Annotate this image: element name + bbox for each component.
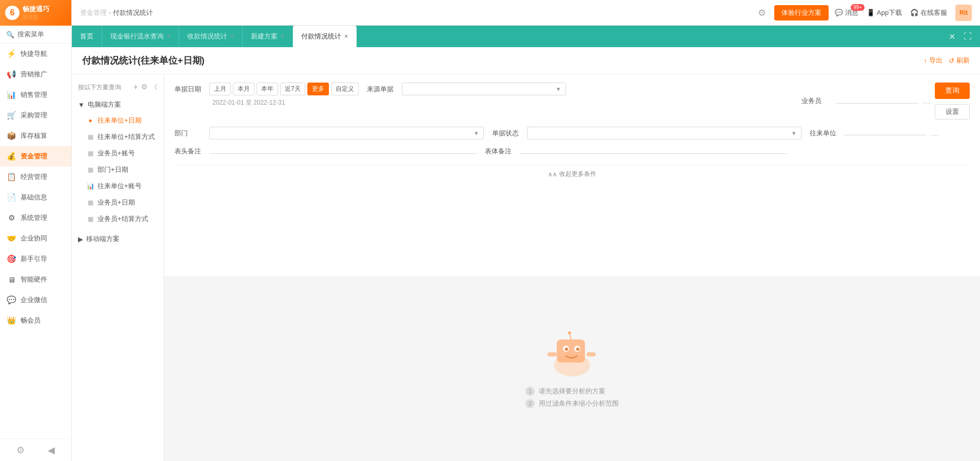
scheme-table-icon: ▦ [86,198,94,207]
date-btn-7days[interactable]: 近7天 [280,83,305,95]
footer-settings-icon[interactable]: ⚙ [16,445,25,456]
sidebar-item-cooperation[interactable]: 🤝 企业协同 [0,228,71,249]
messages-button[interactable]: 💬 消息 99+ [835,8,858,17]
scheme-label: 业务员+结算方式 [97,214,148,224]
sidebar-search[interactable]: 🔍 搜索菜单 [0,26,71,44]
sidebar-header: 6 畅捷通巧 标准版 [0,0,71,26]
empty-state: 1 请先选择要分析的方案 2 用过滤条件来缩小分析范围 [164,276,980,461]
tab-payment-stats-close[interactable]: × [344,33,348,40]
sidebar-item-quick-nav[interactable]: ⚡ 快捷导航 [0,44,71,64]
scheme-table-icon: ▦ [86,215,94,223]
mobile-group-expand-icon: ▶ [78,235,83,243]
date-btn-more[interactable]: 更多 [307,83,329,95]
app-download-link[interactable]: 📱 App下载 [867,8,902,17]
refresh-icon: ↺ [949,57,954,65]
tab-receive-stats-close[interactable]: × [230,33,234,40]
staff-more-icon[interactable]: … [923,96,931,106]
footer-collapse-icon[interactable]: ◀ [48,445,55,456]
nav-icon-operation: 📋 [6,172,16,182]
tab-payment-stats[interactable]: 付款情况统计 × [293,26,357,47]
desktop-group-title[interactable]: ▼ 电脑端方案 [72,97,164,112]
search-label: 搜索菜单 [17,30,44,39]
scheme-settings-icon[interactable]: ⚙ [141,83,148,92]
collapse-button[interactable]: ∧∧ 收起更多条件 [174,165,970,183]
tab-new-plan-close[interactable]: × [281,33,284,40]
svg-rect-8 [547,352,557,356]
tab-bank-flow-close[interactable]: × [167,33,170,40]
online-service-link[interactable]: 🎧 在线客服 [910,8,947,17]
tab-new-plan[interactable]: 新建方案 × [243,26,293,47]
tab-receive-stats[interactable]: 收款情况统计 × [179,26,243,47]
query-button[interactable]: 查询 [935,83,970,99]
scheme-item-unit-date[interactable]: ● 往来单位+日期 [72,112,164,129]
sidebar-item-guide[interactable]: 🎯 新手引导 [0,249,71,269]
settings-button[interactable]: 设置 [935,104,970,119]
settings-icon[interactable]: ⚙ [758,7,766,18]
nav-icon-guide: 🎯 [6,254,16,264]
search-icon: 🔍 [6,31,14,38]
scheme-collapse-icon[interactable]: 《 [151,83,158,92]
body-notes-input[interactable] [520,149,787,154]
scheme-label: 往来单位+日期 [97,116,142,125]
nav-icon-member: 👑 [6,315,16,326]
refresh-button[interactable]: ↺ 刷新 [949,56,970,65]
export-button[interactable]: ↑ 导出 [924,56,943,65]
date-btn-custom[interactable]: 自定义 [331,83,359,95]
head-notes-input[interactable] [209,149,477,154]
sidebar-item-wechat[interactable]: 💬 企业微信 [0,290,71,310]
nav-label-marketing: 营销推广 [21,70,47,79]
tab-receive-stats-label: 收款情况统计 [187,32,227,41]
bottom-area: 1 请先选择要分析的方案 2 用过滤条件来缩小分析范围 [164,276,980,461]
trial-button[interactable]: 体验行业方案 [774,5,829,21]
filter-sidebar-label: 按以下方案查询 [78,83,121,92]
collapse-label: 收起更多条件 [559,170,596,178]
scheme-item-dept-date[interactable]: ▦ 部门+日期 [72,162,164,178]
scheme-item-unit-settle[interactable]: ▦ 往来单位+结算方式 [72,129,164,145]
scheme-table-icon: ▦ [86,133,94,141]
scheme-item-staff-date[interactable]: ▦ 业务员+日期 [72,194,164,211]
dept-select[interactable]: ▾ [209,127,484,139]
doc-status-select[interactable]: ▾ [527,127,801,139]
tab-maximize-icon[interactable]: ⛶ [962,30,974,43]
tab-close-all-icon[interactable]: ✕ [947,30,957,44]
nav-label-basic-info: 基础信息 [21,193,47,202]
sidebar-item-operation[interactable]: 📋 经营管理 [0,167,71,187]
sidebar-item-sales[interactable]: 📊 销售管理 [0,85,71,105]
scheme-item-staff-settle[interactable]: ▦ 业务员+结算方式 [72,211,164,227]
sidebar-item-inventory[interactable]: 📦 库存核算 [0,126,71,146]
scheme-item-staff-account[interactable]: ▦ 业务员+账号 [72,145,164,162]
tab-home[interactable]: 首页 [72,26,102,47]
date-btn-this-year[interactable]: 本年 [257,83,278,95]
empty-illustration [541,329,603,380]
unit-input[interactable] [845,131,927,135]
group-expand-icon: ▼ [78,101,85,109]
nav-label-quick-nav: 快捷导航 [21,49,47,58]
content-area: 付款情况统计(往来单位+日期) ↑ 导出 ↺ 刷新 按以下方案查询 + [72,47,980,461]
tab-bank-flow-label: 现金银行流水查询 [110,32,164,41]
sidebar-item-basic-info[interactable]: 📄 基础信息 [0,187,71,208]
sidebar-item-purchase[interactable]: 🛒 采购管理 [0,105,71,126]
scheme-item-unit-account[interactable]: 📊 往来单位+账号 [72,178,164,194]
mobile-group-label: 移动端方案 [86,234,120,244]
user-avatar[interactable]: Rit [955,5,972,21]
source-doc-select[interactable]: ▾ [402,83,566,95]
mobile-group-title[interactable]: ▶ 移动端方案 [72,231,164,247]
sidebar-item-finance[interactable]: 💰 资金管理 [0,146,71,167]
add-scheme-icon[interactable]: + [133,83,138,92]
sidebar-item-system[interactable]: ⚙ 系统管理 [0,208,71,228]
unit-more-icon[interactable]: … [931,129,939,138]
robot-svg [541,329,603,380]
date-btn-this-month[interactable]: 本月 [233,83,254,95]
date-btn-last-month[interactable]: 上月 [209,83,231,95]
app-version: 标准版 [23,14,49,21]
nav-icon-marketing: 📢 [6,69,16,79]
nav-icon-wechat: 💬 [6,295,16,305]
date-buttons: 上月 本月 本年 近7天 更多 自定义 [209,83,359,95]
topbar-actions: ⚙ 体验行业方案 [758,5,829,21]
staff-input[interactable] [836,99,918,104]
sidebar-item-marketing[interactable]: 📢 营销推广 [0,64,71,85]
sidebar-item-member[interactable]: 👑 畅会员 [0,310,71,331]
home-tab-label: 首页 [80,32,93,41]
sidebar-item-hardware[interactable]: 🖥 智能硬件 [0,269,71,290]
tab-bank-flow[interactable]: 现金银行流水查询 × [102,26,179,47]
